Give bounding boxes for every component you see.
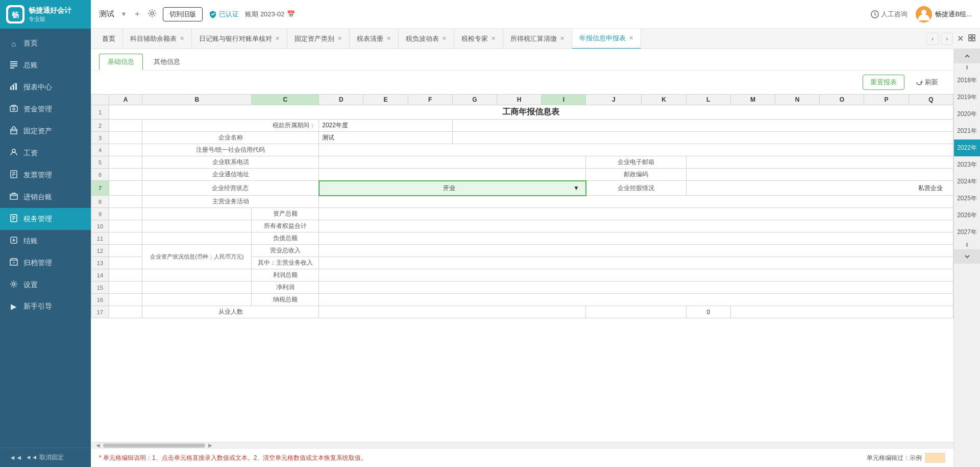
col-header-K[interactable]: K [642, 95, 686, 105]
cell-A13[interactable] [109, 257, 142, 269]
cell-D10[interactable] [319, 220, 953, 232]
sidebar-item-funds[interactable]: 资金管理 [0, 98, 91, 120]
cell-A17[interactable] [109, 306, 142, 318]
tab-scroll-right-button[interactable]: › [941, 33, 953, 45]
cell-C10[interactable]: 所有者权益合计 [252, 220, 319, 232]
sidebar-item-salary[interactable]: 工资 [0, 142, 91, 164]
cell-D11[interactable] [319, 232, 953, 245]
cell-J17[interactable] [586, 306, 686, 318]
col-header-D[interactable]: D [319, 95, 363, 105]
cell-L6[interactable] [686, 169, 953, 181]
cell-C13[interactable]: 其中：主营业务收入 [252, 257, 319, 269]
year-2026[interactable]: 2026年 [954, 207, 980, 224]
tab-assets[interactable]: 固定资产类别 ✕ [287, 29, 350, 49]
year-2021[interactable]: 2021年 [954, 123, 980, 139]
col-header-A[interactable]: A [109, 95, 142, 105]
col-header-O[interactable]: O [820, 95, 864, 105]
tab-annual-close[interactable]: ✕ [629, 35, 633, 41]
year-scroll-down-button[interactable] [954, 249, 980, 264]
subtab-other[interactable]: 其他信息 [145, 54, 189, 69]
year-scroll-up-button[interactable] [954, 49, 980, 63]
year-2027[interactable]: 2027年 [954, 224, 980, 241]
year-2019[interactable]: 2019年 [954, 89, 980, 106]
cell-D3[interactable]: 测试 [319, 132, 453, 144]
cell-G3[interactable] [452, 132, 953, 144]
sidebar-item-inventory[interactable]: 进销台账 [0, 186, 91, 208]
cell-D6[interactable] [319, 169, 586, 181]
cell-A12[interactable] [109, 245, 142, 257]
cell-D8[interactable] [319, 196, 953, 208]
cell-C11[interactable]: 负债总额 [252, 232, 319, 245]
col-header-F[interactable]: F [408, 95, 452, 105]
col-header-N[interactable]: N [775, 95, 820, 105]
cell-B4[interactable]: 注册号/统一社会信用代码 [142, 144, 319, 156]
cell-A8[interactable] [109, 196, 142, 208]
tab-aux-close[interactable]: ✕ [180, 35, 184, 42]
year-2024[interactable]: 2024年 [954, 173, 980, 190]
sidebar-item-close[interactable]: 结账 [0, 230, 91, 252]
user-menu[interactable]: 畅捷通B组... [916, 6, 972, 22]
cell-A10[interactable] [109, 220, 142, 232]
company-dropdown-icon[interactable]: ▼ [120, 10, 127, 18]
cell-D12[interactable] [319, 245, 953, 257]
cell-D15[interactable] [319, 282, 953, 294]
horizontal-scrollbar[interactable]: ◄ ► [91, 442, 953, 448]
cell-D13[interactable] [319, 257, 953, 269]
col-header-J[interactable]: J [586, 95, 642, 105]
col-header-M[interactable]: M [730, 95, 775, 105]
scroll-thumb-h[interactable] [103, 443, 205, 448]
year-2022[interactable]: 2022年 [954, 139, 980, 156]
cell-J7[interactable]: 企业控股情况 [586, 181, 686, 196]
tab-taxwave-close[interactable]: ✕ [442, 35, 447, 42]
cell-J5[interactable]: 企业电子邮箱 [586, 156, 686, 169]
cell-B9[interactable] [142, 208, 252, 220]
cell-A16[interactable] [109, 294, 142, 306]
col-header-I[interactable]: I [542, 95, 586, 105]
sidebar-item-settings[interactable]: 设置 [0, 274, 91, 296]
tab-annual[interactable]: 年报信息申报表 ✕ [572, 29, 641, 49]
cell-L17[interactable] [730, 306, 953, 318]
tab-taxexpert[interactable]: 税检专家 ✕ [454, 29, 503, 49]
cell-B7[interactable]: 企业经营状态 [142, 181, 319, 196]
year-2020[interactable]: 2020年 [954, 106, 980, 123]
cell-A6[interactable] [109, 169, 142, 181]
tab-income[interactable]: 所得税汇算清缴 ✕ [503, 29, 572, 49]
sidebar-item-assets[interactable]: 固定资产 [0, 120, 91, 142]
dropdown-arrow-icon[interactable]: ▼ [573, 184, 579, 192]
col-header-E[interactable]: E [363, 95, 408, 105]
cell-C12[interactable]: 营业总收入 [252, 245, 319, 257]
cell-B15[interactable] [142, 282, 252, 294]
cell-A2[interactable] [109, 120, 142, 132]
cell-A11[interactable] [109, 232, 142, 245]
col-header-H[interactable]: H [497, 95, 542, 105]
cell-D9[interactable] [319, 208, 953, 220]
cell-D7[interactable]: 开业 ▼ [319, 181, 586, 196]
cell-D17[interactable] [319, 306, 586, 318]
cell-J6[interactable]: 邮政编码 [586, 169, 686, 181]
cell-B14[interactable] [142, 269, 252, 282]
tab-taxwave[interactable]: 税负波动表 ✕ [399, 29, 454, 49]
cell-K17[interactable]: 0 [686, 306, 730, 318]
tab-taxform-close[interactable]: ✕ [386, 35, 391, 42]
tab-assets-close[interactable]: ✕ [337, 35, 342, 42]
cell-A14[interactable] [109, 269, 142, 282]
add-company-icon[interactable]: ＋ [133, 9, 141, 19]
sidebar-pin-toggle[interactable]: ◄◄ ◄◄ 取消固定 [0, 448, 91, 467]
cell-A7[interactable] [109, 181, 142, 196]
cell-C9[interactable]: 资产总额 [252, 208, 319, 220]
cell-C14[interactable]: 利润总额 [252, 269, 319, 282]
year-2025[interactable]: 2025年 [954, 190, 980, 207]
sidebar-item-invoices[interactable]: 发票管理 [0, 164, 91, 186]
tab-aux[interactable]: 科目辅助余额表 ✕ [123, 29, 192, 49]
cell-C15[interactable]: 净利润 [252, 282, 319, 294]
sidebar-item-reports[interactable]: 报表中心 [0, 76, 91, 98]
sidebar-item-tax[interactable]: 税务管理 [0, 208, 91, 230]
calendar-icon[interactable]: 📅 [287, 10, 295, 18]
col-header-Q[interactable]: Q [909, 95, 953, 105]
sidebar-item-archive[interactable]: 归档管理 [0, 252, 91, 274]
tab-home[interactable]: 首页 [95, 29, 123, 49]
cell-A4[interactable] [109, 144, 142, 156]
cell-D16[interactable] [319, 294, 953, 306]
switch-old-version-button[interactable]: 切到旧版 [163, 7, 203, 21]
col-header-C[interactable]: C [252, 95, 319, 105]
